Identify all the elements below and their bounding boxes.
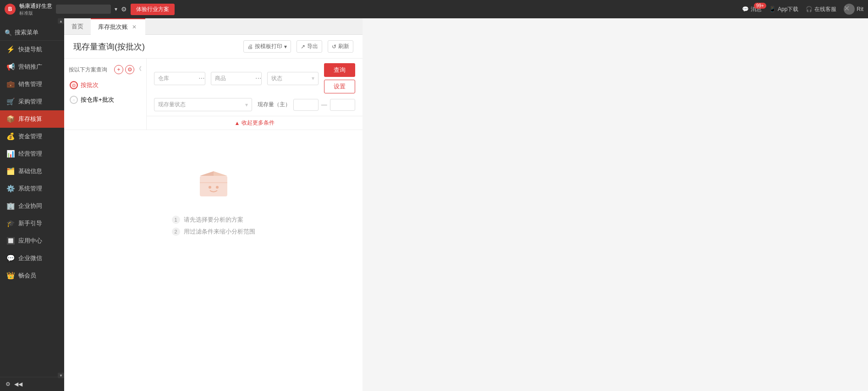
search-icon: 🔍 — [5, 29, 12, 36]
main-layout: ▲ 🔍 搜索菜单 ⚡ 快捷导航 📢 营销推广 💼 销售管理 🛒 — [0, 18, 868, 391]
system-icon: ⚙️ — [6, 185, 15, 193]
product-more-btn[interactable]: ··· — [255, 74, 261, 82]
sidebar-item-apps[interactable]: 🔲 应用中心 — [0, 232, 64, 250]
scheme-settings-btn[interactable]: ⚙ — [125, 65, 134, 74]
marketing-icon: 📢 — [6, 63, 15, 71]
online-service-item[interactable]: 🎧 在线客服 — [806, 5, 836, 13]
warehouse-label: 仓库 — [154, 72, 197, 85]
status-dropdown-icon: ▾ — [312, 75, 314, 81]
svg-point-5 — [216, 186, 219, 189]
sidebar-item-marketing[interactable]: 📢 营销推广 — [0, 58, 64, 76]
basics-icon: 🗂️ — [6, 167, 15, 175]
app-version: 标准版 — [19, 10, 52, 16]
sidebar-item-newbie[interactable]: 🎓 新手引导 — [0, 215, 64, 232]
sidebar-item-wechat[interactable]: 💬 企业微信 — [0, 250, 64, 267]
query-button[interactable]: 查询 — [324, 63, 355, 77]
sidebar-item-sales[interactable]: 💼 销售管理 — [0, 76, 64, 93]
sidebar-item-enterprise[interactable]: 🏢 企业协同 — [0, 197, 64, 215]
sidebar-bottom: ⚙ ◀◀ — [0, 377, 64, 391]
app-title: 畅康通好生意 — [19, 2, 52, 10]
trial-button[interactable]: 体验行业方案 — [131, 4, 175, 15]
scheme-header-label: 按以下方案查询 — [69, 66, 107, 74]
settings-icon-bottom[interactable]: ⚙ — [5, 381, 11, 387]
filter-settings-button[interactable]: 设置 — [324, 80, 355, 93]
quick-nav-icon: ⚡ — [6, 45, 15, 54]
scroll-up-btn[interactable]: ▲ — [58, 18, 64, 24]
apps-icon: 🔲 — [6, 237, 15, 245]
svg-marker-2 — [214, 171, 227, 176]
sidebar-item-label: 采购管理 — [18, 98, 42, 106]
product-label: 商品 — [211, 72, 253, 85]
export-icon: ↗ — [301, 43, 305, 50]
product-input-wrap: 商品 ··· — [211, 72, 262, 85]
add-scheme-btn[interactable]: + — [114, 65, 123, 74]
refresh-icon: ↺ — [332, 43, 336, 50]
sidebar-item-label: 快捷导航 — [18, 45, 42, 54]
product-field: 商品 ··· — [211, 72, 262, 85]
settings-icon[interactable]: ⚙ — [121, 5, 127, 13]
app-download-label: App下载 — [778, 5, 798, 13]
scheme-item-batch[interactable]: ⊙ 按批次 — [64, 78, 146, 92]
message-icon: 💬 — [742, 6, 749, 12]
sidebar-item-label: 新手引导 — [18, 219, 42, 228]
print-dropdown-icon[interactable]: ▾ — [284, 43, 287, 50]
tab-inventory-batch[interactable]: 库存批次账 ✕ — [91, 18, 145, 35]
warehouse-more-btn[interactable]: ··· — [198, 74, 204, 82]
scheme-item-icon-warehouse: ○ — [70, 96, 78, 104]
members-icon: 👑 — [6, 272, 15, 280]
collapse-filter-btn[interactable]: ▲ 收起更多条件 — [147, 116, 363, 130]
online-service-label: 在线客服 — [814, 5, 836, 13]
sidebar-item-operations[interactable]: 📊 经营管理 — [0, 145, 64, 163]
empty-steps: 1 请先选择要分析的方案 2 用过滤条件来缩小分析范围 — [172, 216, 255, 239]
finance-icon: 💰 — [6, 132, 15, 141]
sales-icon: 💼 — [6, 80, 15, 88]
sidebar-item-quick-nav[interactable]: ⚡ 快捷导航 — [0, 41, 64, 58]
tab-close-btn[interactable]: ✕ — [131, 23, 138, 31]
step1-text: 请先选择要分析的方案 — [184, 216, 243, 224]
sidebar-item-label: 应用中心 — [18, 237, 42, 245]
breadcrumb-input[interactable] — [56, 5, 111, 14]
inventory-status-wrap[interactable]: 现存量状态 ▾ — [154, 98, 252, 111]
filter-panel: 按以下方案查询 + ⚙ 《 ⊙ 按批次 — [64, 59, 363, 130]
refresh-btn[interactable]: ↺ 刷新 — [328, 40, 353, 53]
filter-area: 仓库 ··· 商品 ··· — [147, 59, 363, 116]
messages-item[interactable]: 💬 消息 99+ — [742, 5, 762, 13]
step2-num: 2 — [172, 228, 180, 236]
print-icon: 🖨 — [247, 43, 253, 50]
sidebar-item-label: 销售管理 — [18, 80, 42, 88]
sidebar-search[interactable]: 🔍 搜索菜单 — [0, 25, 64, 41]
scheme-item-warehouse-batch[interactable]: ○ 按仓库+批次 — [64, 92, 146, 107]
inventory-main-to[interactable] — [330, 99, 355, 111]
sidebar-item-finance[interactable]: 💰 资金管理 — [0, 128, 64, 145]
scheme-collapse-btn[interactable]: 《 — [136, 65, 142, 74]
app-download-item[interactable]: 📱 App下载 — [769, 5, 798, 13]
print-btn[interactable]: 🖨 按模板打印 ▾ — [243, 40, 291, 53]
svg-point-4 — [209, 186, 211, 189]
sidebar-item-purchase[interactable]: 🛒 采购管理 — [0, 93, 64, 110]
app-info: 畅康通好生意 标准版 — [19, 2, 52, 16]
scroll-down-btn[interactable]: ▼ — [58, 373, 64, 378]
sidebar-item-system[interactable]: ⚙️ 系统管理 — [0, 180, 64, 197]
scheme-header: 按以下方案查询 + ⚙ 《 — [64, 63, 146, 78]
empty-step-2: 2 用过滤条件来缩小分析范围 — [172, 228, 255, 236]
inventory-main-from[interactable] — [293, 99, 319, 111]
sidebar-item-basics[interactable]: 🗂️ 基础信息 — [0, 163, 64, 180]
empty-icon — [191, 157, 236, 205]
tab-home[interactable]: 首页 — [64, 18, 91, 35]
phone-icon: 📱 — [769, 6, 776, 12]
export-btn[interactable]: ↗ 导出 — [297, 40, 322, 53]
enterprise-icon: 🏢 — [6, 202, 15, 210]
sidebar-item-members[interactable]: 👑 畅会员 — [0, 267, 64, 284]
inventory-status-dropdown-icon: ▾ — [245, 102, 248, 108]
filter-right: 仓库 ··· 商品 ··· — [147, 59, 363, 130]
warehouse-field: 仓库 ··· — [154, 72, 205, 85]
sidebar-item-inventory[interactable]: 📦 库存核算 — [0, 110, 64, 128]
inventory-status-field: 现存量状态 ▾ — [154, 98, 252, 111]
breadcrumb-dropdown-icon[interactable]: ▾ — [115, 6, 117, 12]
status-input-wrap[interactable]: 状态 ▾ — [267, 72, 319, 85]
collapse-sidebar-btn[interactable]: ◀◀ — [14, 381, 22, 387]
headset-icon: 🎧 — [806, 6, 813, 12]
empty-step-1: 1 请先选择要分析的方案 — [172, 216, 255, 224]
tab-bar: 首页 库存批次账 ✕ ✕ — [64, 18, 363, 35]
sidebar-item-label: 系统管理 — [18, 185, 42, 193]
